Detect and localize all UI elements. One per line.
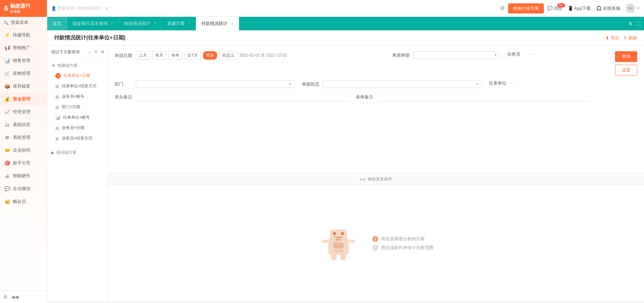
sidebar-item-capital[interactable]: 💰 资金管理: [0, 93, 47, 105]
tab-new-scheme[interactable]: 新建方案 ×: [162, 17, 196, 30]
svg-rect-11: [336, 239, 341, 241]
counterpart-dots[interactable]: ···: [510, 80, 517, 86]
sidebar-item-purchase[interactable]: 🛒 采购管理: [0, 67, 47, 80]
chevron-right-icon: ▶: [51, 150, 54, 155]
tab-new-scheme-close[interactable]: ×: [188, 22, 190, 26]
sidebar-item-operation[interactable]: 📈 经营管理: [0, 105, 47, 118]
sidebar-search[interactable]: 🔍 搜索菜单: [0, 17, 47, 29]
operation-icon: 📈: [4, 109, 10, 115]
settings-bottom-btn[interactable]: ⚙: [3, 294, 8, 300]
scheme-item-dept-date[interactable]: ▦ 部门+日期: [47, 102, 108, 112]
chevron-down-icon: ▼: [637, 6, 640, 10]
group-label: 电脑端方案: [57, 63, 78, 68]
trial-industry-btn[interactable]: 体验行业方案: [508, 3, 544, 13]
search-icon: 🔍: [3, 20, 9, 25]
scheme-add-btn[interactable]: ＋: [87, 49, 91, 55]
export-btn[interactable]: ⬆ 导出: [606, 35, 619, 41]
table-icon: ▦: [55, 126, 59, 130]
sidebar-item-hardware[interactable]: 🖨 智能硬件: [0, 170, 47, 182]
date-btn-last-month[interactable]: 上月: [136, 51, 150, 60]
sidebar-item-guide[interactable]: 🎯 新手引导: [0, 157, 47, 170]
scheme-item-unit-date[interactable]: ● 往来单位+日期: [47, 70, 108, 81]
dept-select[interactable]: ▼: [136, 80, 295, 88]
export-label: 导出: [611, 35, 619, 41]
export-icon: ⬆: [606, 35, 609, 40]
content-wrapper: 按以下方案查询 ＋ ⚙ ◀ ▼ 电脑端方案 ● 往来单位+日期: [47, 46, 644, 302]
date-btn-this-month[interactable]: 本月: [152, 51, 166, 60]
topbar-service-btn[interactable]: 🎧 在线客服: [596, 5, 620, 11]
sidebar-item-wechat[interactable]: 💬 企业微信: [0, 182, 47, 195]
scheme-item-unit-account[interactable]: 📊 往来单位+账号: [47, 112, 108, 123]
collapse-sidebar-btn[interactable]: ◀◀: [11, 294, 19, 300]
scheme-group-mobile-title[interactable]: ▶ 移动端方案: [47, 148, 108, 157]
empty-step-1: 1 请先选择要分析的方案: [372, 236, 434, 242]
header-remark-label: 表头备注: [115, 94, 133, 100]
sidebar-item-marketing[interactable]: 📢 营销推广: [0, 41, 47, 54]
tab-payment[interactable]: 付款情况统计 ×: [196, 17, 239, 30]
date-btn-more[interactable]: 更多: [203, 51, 217, 60]
date-btn-last-7days[interactable]: 近7天: [184, 51, 201, 60]
sidebar-item-inventory[interactable]: 📦 库存核算: [0, 80, 47, 93]
logo-name: 畅捷通巧: [10, 3, 30, 9]
scheme-panel-title: 按以下方案查询: [51, 49, 85, 55]
filter-row-1: 单据日期 上月 本月 本年 近7天 更多 自定义 2022-01-01 至 20…: [115, 51, 637, 75]
date-range-display: 2022-01-01 至 2022-12-31: [239, 53, 287, 58]
main-content: 付款情况统计(往来单位+日期) ⬆ 导出 ↻ 刷新 按以下方案查询 ＋ ⚙ ◀: [47, 30, 644, 303]
topbar-message-btn[interactable]: 💬 消息 99+: [547, 5, 563, 11]
tab-bank[interactable]: 现金银行流水查询 ×: [67, 17, 119, 30]
maximize-window-icon[interactable]: ⛶: [636, 21, 641, 26]
topbar-right: 💬 消息 99+ 📱 App下载 🎧 在线客服 Rit ▼: [547, 4, 640, 13]
refresh-btn[interactable]: ↻ 刷新: [623, 35, 637, 41]
scheme-item-unit-settlement[interactable]: ▦ 往来单位+结算方式: [47, 81, 108, 91]
voucher-status-select[interactable]: ▼: [323, 80, 482, 88]
breadcrumb-dropdown-icon[interactable]: ▼: [105, 6, 109, 11]
voucher-date-label: 单据日期: [115, 53, 133, 59]
svg-rect-1: [330, 230, 347, 240]
sidebar-item-system[interactable]: ⚙ 系统管理: [0, 131, 47, 144]
scheme-item-staff-settlement[interactable]: ▦ 业务员+结算方式: [47, 133, 108, 144]
tab-bank-close[interactable]: ×: [111, 22, 113, 26]
tab-receipt[interactable]: 收款情况统计 ×: [119, 17, 162, 30]
sidebar-item-label: 基础信息: [13, 122, 30, 128]
sidebar-item-member[interactable]: 👑 畅会员: [0, 195, 47, 208]
source-select[interactable]: ▼: [413, 51, 500, 59]
topbar: 👤 资金管理 / 付款情况统计 ▼ ⚙ 体验行业方案 💬 消息 99+ 📱 Ap…: [47, 0, 644, 17]
scheme-collapse-btn[interactable]: ◀: [100, 49, 104, 55]
scheme-active-dot: ●: [55, 73, 61, 79]
topbar-app-download-btn[interactable]: 📱 App下载: [568, 5, 591, 11]
scheme-group-desktop-title[interactable]: ▼ 电脑端方案: [47, 61, 108, 70]
scheme-item-label: 部门+日期: [62, 104, 80, 110]
date-btn-this-year[interactable]: 本年: [168, 51, 182, 60]
robot-container: 1 请先选择要分析的方案 2 用过滤条件来缩小分析范围: [318, 204, 434, 283]
tab-payment-close[interactable]: ×: [231, 22, 233, 26]
sidebar-item-basic[interactable]: 🗂 基础信息: [0, 118, 47, 131]
tab-receipt-close[interactable]: ×: [154, 22, 156, 26]
guide-icon: 🎯: [4, 160, 10, 166]
settings-filter-btn[interactable]: 设置: [615, 65, 637, 75]
sidebar-item-sales[interactable]: 📊 销售管理: [0, 54, 47, 67]
topbar-gear-btn[interactable]: ⚙: [500, 5, 505, 11]
topbar-user-avatar[interactable]: Rit ▼: [626, 4, 640, 13]
scheme-item-staff-account[interactable]: ▦ 业务员+账号: [47, 91, 108, 102]
avatar-placeholder: 👤: [51, 6, 56, 11]
page-header: 付款情况统计(往来单位+日期) ⬆ 导出 ↻ 刷新: [47, 30, 644, 46]
sidebar-item-label: 营销推广: [13, 45, 30, 51]
sidebar-item-label: 新手引导: [13, 160, 30, 166]
sidebar-item-enterprise[interactable]: 🤝 企业协同: [0, 144, 47, 157]
header-remark-input[interactable]: [136, 93, 349, 101]
collapse-conditions-btn[interactable]: ∧∧ 收起更多条件: [108, 173, 644, 185]
step-num-2: 2: [372, 245, 378, 251]
sidebar-item-quick-nav[interactable]: ⚡ 快捷导航: [0, 29, 47, 41]
chevron-down-icon: ▼: [51, 63, 55, 68]
staff-dots[interactable]: ···: [528, 51, 535, 57]
query-btn[interactable]: 查询: [615, 51, 637, 62]
date-btn-custom[interactable]: 自定义: [219, 51, 237, 60]
dept-label: 部门: [115, 81, 133, 87]
body-remark-input[interactable]: [377, 93, 590, 101]
sidebar-item-label: 系统管理: [13, 134, 30, 141]
scheme-gear-btn[interactable]: ⚙: [94, 49, 98, 55]
close-window-icon[interactable]: ✕: [628, 21, 633, 27]
sidebar-item-label: 快捷导航: [13, 32, 30, 38]
tab-home[interactable]: 首页: [47, 17, 67, 30]
scheme-item-staff-date[interactable]: ▦ 业务员+日期: [47, 123, 108, 133]
